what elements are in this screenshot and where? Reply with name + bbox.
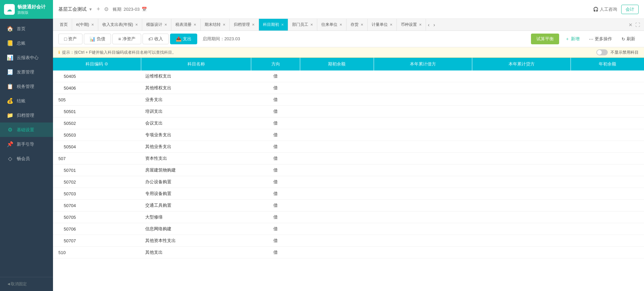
sidebar-item-label: 畅会员 <box>17 156 30 162</box>
sidebar-item-settings[interactable]: ⚙ 基础设置 <box>0 123 53 137</box>
tab-tax-form-close[interactable]: ✕ <box>194 23 196 27</box>
tab-partner[interactable]: 往来单位 ✕ <box>317 19 346 31</box>
user-role-button[interactable]: 会计 <box>621 5 639 14</box>
cell-period-balance <box>300 211 374 223</box>
archive-icon: 📁 <box>7 112 13 118</box>
tab-template-close[interactable]: ✕ <box>164 23 167 27</box>
calendar-icon[interactable]: 📅 <box>142 7 147 12</box>
tab-archive[interactable]: 归档管理 ✕ <box>230 19 259 31</box>
tab-tax-form[interactable]: 税表清册 ✕ <box>171 19 201 31</box>
tab-trial-close[interactable]: ✕ <box>91 23 94 27</box>
disabled-toggle[interactable] <box>596 49 608 55</box>
cell-name: 交通工具购置 <box>141 200 251 211</box>
tabs-maximize-button[interactable]: ⛶ <box>634 22 641 28</box>
topbar-settings-icon[interactable]: ⚙ <box>104 6 109 12</box>
tab-home[interactable]: 首页 <box>56 19 72 31</box>
cell-direction: 借 <box>251 176 300 188</box>
tabs-prev-button[interactable]: ‹ <box>426 22 432 28</box>
tabs-close-all-button[interactable]: ✕ <box>627 22 634 28</box>
sidebar-item-label: 总账 <box>17 40 25 46</box>
tab-unit-close[interactable]: ✕ <box>390 23 392 27</box>
add-org-button[interactable]: + <box>97 6 100 13</box>
table-row[interactable]: 50701 房屋建筑物购建 借 <box>53 164 644 176</box>
org-selector[interactable]: 基层工会测试 ▼ <box>58 6 93 12</box>
sidebar-item-label: 归档管理 <box>17 112 34 118</box>
tab-trial[interactable]: е(中期) ✕ <box>72 19 98 31</box>
cell-direction: 借 <box>251 94 300 106</box>
app-edition: 旗舰版 <box>17 10 46 15</box>
tab-dept[interactable]: 部门员工 ✕ <box>288 19 317 31</box>
sub-tab-expense-label: 支出 <box>183 36 192 42</box>
tab-dept-close[interactable]: ✕ <box>310 23 313 27</box>
tabs-next-button[interactable]: › <box>431 22 437 28</box>
tab-stock[interactable]: 存货 ✕ <box>346 19 368 31</box>
sidebar-item-label: 发票管理 <box>17 69 34 75</box>
help-label: 人工咨询 <box>600 6 617 12</box>
tab-period-end-close[interactable]: ✕ <box>223 23 225 27</box>
sidebar-item-settlement[interactable]: 💰 结账 <box>0 94 53 108</box>
table-row[interactable]: 50504 其他业务支出 借 <box>53 141 644 153</box>
tab-stock-close[interactable]: ✕ <box>361 23 363 27</box>
tab-subject-init-close[interactable]: ✕ <box>281 23 284 27</box>
tab-income-close[interactable]: ✕ <box>135 23 138 27</box>
sidebar-item-invoice[interactable]: 🧾 发票管理 <box>0 65 53 79</box>
sub-tab-income[interactable]: 🏷 收入 <box>143 34 169 44</box>
cell-period-balance <box>300 70 374 82</box>
cell-period-balance <box>300 82 374 94</box>
more-button[interactable]: ⋯ 更多操作 <box>586 34 615 44</box>
tab-partner-close[interactable]: ✕ <box>339 23 342 27</box>
table-row[interactable]: 50706 信息网络购建 借 <box>53 223 644 235</box>
hint-text: 提示：按Ctrl + F键并输入科目编码或者科目名称可以查找科目。 <box>62 50 176 55</box>
table-row[interactable]: 50703 专用设备购置 借 <box>53 188 644 200</box>
help-button[interactable]: 🎧 人工咨询 <box>593 6 617 12</box>
sidebar-item-archive[interactable]: 📁 归档管理 <box>0 108 53 123</box>
sidebar-item-guide[interactable]: 📌 新手引导 <box>0 137 53 151</box>
table-row[interactable]: 50704 交通工具购置 借 <box>53 200 644 211</box>
tab-unit[interactable]: 计量单位 ✕ <box>368 19 397 31</box>
sidebar-item-member[interactable]: ◇ 畅会员 <box>0 151 53 166</box>
sidebar-item-label: 结账 <box>17 98 25 104</box>
cell-code: 507 <box>53 153 141 164</box>
tab-income[interactable]: 收入支出表(年报) ✕ <box>98 19 142 31</box>
sub-tab-asset[interactable]: □ 资产 <box>58 34 83 44</box>
table-row[interactable]: 50501 培训支出 借 <box>53 106 644 117</box>
sub-tab-net-asset[interactable]: ≡ 净资产 <box>112 34 141 44</box>
table-row[interactable]: 50707 其他资本性支出 借 <box>53 235 644 247</box>
tab-currency[interactable]: 币种设置 ✕ <box>397 19 426 31</box>
refresh-button[interactable]: ↻ 刷新 <box>618 34 639 44</box>
cell-direction: 借 <box>251 153 300 164</box>
sidebar-item-ledger[interactable]: 📒 总账 <box>0 36 53 50</box>
cell-year-debit <box>374 235 472 247</box>
table-row[interactable]: 50702 办公设备购置 借 <box>53 176 644 188</box>
sub-tab-liability[interactable]: 📊 负债 <box>84 34 111 44</box>
table-row[interactable]: 50503 专项业务支出 借 <box>53 129 644 141</box>
table-row[interactable]: 50405 运维维权支出 借 <box>53 70 644 82</box>
table-row[interactable]: 507 资本性支出 借 <box>53 153 644 164</box>
table-row[interactable]: 505 业务支出 借 <box>53 94 644 106</box>
sub-tab-income-label: 收入 <box>154 36 163 42</box>
app-logo-icon: ☁ <box>4 4 15 15</box>
table-row[interactable]: 50406 其他维权支出 借 <box>53 82 644 94</box>
balance-button[interactable]: 试算平衡 <box>531 34 559 44</box>
tab-subject-init[interactable]: 科目期初 ✕ <box>259 19 288 31</box>
sidebar-item-home[interactable]: 🏠 首页 <box>0 21 53 36</box>
tab-period-end[interactable]: 期末结转 ✕ <box>201 19 230 31</box>
table-row[interactable]: 50502 会议支出 借 <box>53 117 644 129</box>
tab-currency-close[interactable]: ✕ <box>419 23 422 27</box>
col-settings-icon[interactable]: ⚙ <box>104 61 108 66</box>
table-row[interactable]: 50705 大型修缮 借 <box>53 211 644 223</box>
sidebar-item-reports[interactable]: 📊 云报表中心 <box>0 50 53 65</box>
table-row[interactable]: 510 其他支出 借 <box>53 247 644 258</box>
sidebar-item-tax[interactable]: 📋 税务管理 <box>0 79 53 94</box>
sidebar-unpin[interactable]: ◄取消固定 <box>0 277 53 291</box>
cell-code: 50502 <box>53 117 141 129</box>
tab-template[interactable]: 模版设计 ✕ <box>142 19 171 31</box>
cell-name: 业务支出 <box>141 94 251 106</box>
sub-tab-net-asset-label: 净资产 <box>122 36 136 42</box>
sub-tab-expense[interactable]: 📤 支出 <box>170 34 197 44</box>
cell-period-balance <box>300 117 374 129</box>
add-button[interactable]: ＋ 新增 <box>562 34 583 44</box>
ledger-icon: 📒 <box>7 40 13 46</box>
cell-year-credit <box>472 106 571 117</box>
tab-archive-close[interactable]: ✕ <box>252 23 255 27</box>
